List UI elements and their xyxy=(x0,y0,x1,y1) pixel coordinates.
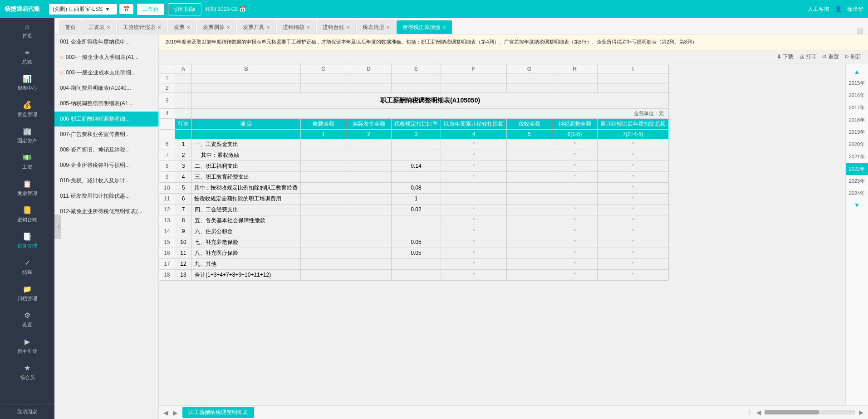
tab-salary-table[interactable]: 工资表 ✕ xyxy=(83,20,116,34)
sidebar-item-settlement[interactable]: ✓ 结账 xyxy=(0,254,54,280)
year-2018[interactable]: 2018年 xyxy=(846,114,868,126)
sidebar-item-report[interactable]: 📊 报表中心 xyxy=(0,70,54,96)
company-selector[interactable]: (勿删) 江西股宝-LSS ▼ xyxy=(49,4,117,15)
download-btn[interactable]: ⬇ 下载 xyxy=(777,53,794,61)
item-row7[interactable]: 四、工会经费支出 xyxy=(192,204,301,215)
cell-r11-c2[interactable] xyxy=(346,248,392,258)
cell-r11-c1[interactable] xyxy=(301,248,346,258)
cell-r9-c7[interactable]: * xyxy=(598,226,669,237)
cell-r5-c6[interactable] xyxy=(552,182,598,193)
cell-r12-c3[interactable] xyxy=(392,258,441,269)
form-item-011[interactable]: 011-研发费用加计扣除优惠... xyxy=(54,189,158,204)
cell-r5-c7[interactable]: * xyxy=(598,182,669,193)
cell-r8-c6[interactable]: * xyxy=(552,215,598,226)
cell-r12-c5[interactable] xyxy=(507,258,552,269)
cell-r5-c5[interactable] xyxy=(507,182,552,193)
tab-home[interactable]: 首页 xyxy=(59,20,82,34)
cell-r13-c1[interactable] xyxy=(301,269,346,280)
cell-r5-c2[interactable] xyxy=(346,182,392,193)
cell-r3-c3[interactable]: 0.14 xyxy=(392,161,441,171)
reset-btn[interactable]: ↺ 重置 xyxy=(822,53,839,61)
sidebar-item-tax[interactable]: 📑 税务管理 xyxy=(0,228,54,254)
tab-tax-clearance[interactable]: 税表清册 ✕ xyxy=(357,20,396,34)
item-row1[interactable]: 一、工资薪金支出 xyxy=(192,139,301,150)
calendar-btn[interactable]: 📅 xyxy=(119,4,133,14)
tab-minimize-icon[interactable]: — xyxy=(848,28,853,34)
item-row5[interactable]: 其中：按税收规定比例扣除的职工教育经费 xyxy=(192,182,301,193)
close-income-tax[interactable]: ✕ xyxy=(442,25,446,30)
form-item-003[interactable]: ⊙ 003-一般企业成本支出明细... xyxy=(54,65,158,81)
cell-r2-c1[interactable] xyxy=(301,150,346,161)
year-2020[interactable]: 2020年 xyxy=(846,138,868,151)
close-invoice[interactable]: ✕ xyxy=(186,25,190,30)
item-row6[interactable]: 按税收规定全额扣除的职工培训费用 xyxy=(192,193,301,204)
cell-r8-c4[interactable]: * xyxy=(441,215,507,226)
item-row4[interactable]: 三、职工教育经费支出 xyxy=(192,171,301,182)
cell-r6-c4[interactable] xyxy=(441,193,507,204)
cell-r11-c5[interactable] xyxy=(507,248,552,258)
close-invoice-open[interactable]: ✕ xyxy=(266,25,270,30)
workbench-btn[interactable]: 工作台 xyxy=(137,4,164,15)
cell-r2-c4[interactable]: * xyxy=(441,150,507,161)
sidebar-bottom-cancel[interactable]: 取消固定 xyxy=(0,404,54,419)
cell-r7-c6[interactable]: * xyxy=(552,204,598,215)
cell-r3-c5[interactable] xyxy=(507,161,552,171)
close-purchase-ledger[interactable]: ✕ xyxy=(346,25,350,30)
cell-r8-c7[interactable]: * xyxy=(598,215,669,226)
refresh-btn[interactable]: ↻ 刷新 xyxy=(844,53,861,61)
sidebar-item-general-ledger[interactable]: ≡ 总账 xyxy=(0,44,54,70)
cell-r7-c2[interactable] xyxy=(346,204,392,215)
cell-r4-c7[interactable]: * xyxy=(598,171,669,182)
cell-r9-c5[interactable] xyxy=(507,226,552,237)
close-salary-table[interactable]: ✕ xyxy=(107,25,110,30)
sheet-scroll-bar-right[interactable]: ▶ xyxy=(859,409,863,416)
cell-r5-c4[interactable] xyxy=(441,182,507,193)
sidebar-item-archive[interactable]: 📁 归档管理 xyxy=(0,280,54,307)
cell-r4-c3[interactable] xyxy=(392,171,441,182)
item-row3[interactable]: 二、职工福利支出 xyxy=(192,161,301,171)
year-2017[interactable]: 2017年 xyxy=(846,102,868,114)
cell-r12-c7[interactable]: * xyxy=(598,258,669,269)
cell-r4-c1[interactable] xyxy=(301,171,346,182)
year-nav-down[interactable]: ▼ xyxy=(852,200,862,210)
cell-r12-c1[interactable] xyxy=(301,258,346,269)
sidebar-item-member[interactable]: ★ 畅会员 xyxy=(0,359,54,385)
cell-r8-c5[interactable] xyxy=(507,215,552,226)
sidebar-item-home[interactable]: ⌂ 首页 xyxy=(0,18,54,44)
cell-r7-c3[interactable]: 0.02 xyxy=(392,204,441,215)
year-2024[interactable]: 2024年 xyxy=(846,187,868,200)
close-purchase-check[interactable]: ✕ xyxy=(306,25,310,30)
sidebar-item-salary[interactable]: 💵 工资 xyxy=(0,149,54,175)
cell-r12-c4[interactable]: * xyxy=(441,258,507,269)
cell-r11-c4[interactable]: * xyxy=(441,248,507,258)
user-name[interactable]: 徐泽华 xyxy=(847,5,863,13)
cell-r12-c6[interactable]: * xyxy=(552,258,598,269)
cell-r13-c7[interactable]: * xyxy=(598,269,669,280)
cell-r2-c6[interactable]: * xyxy=(552,150,598,161)
cell-r9-c1[interactable] xyxy=(301,226,346,237)
form-item-009[interactable]: 009-企业所得税弥补亏损明... xyxy=(54,158,158,173)
cell-r3-c6[interactable]: * xyxy=(552,161,598,171)
item-row10[interactable]: 七、补充养老保险 xyxy=(192,237,301,248)
cell-r10-c1[interactable] xyxy=(301,237,346,248)
cell-r9-c2[interactable] xyxy=(346,226,392,237)
form-item-006[interactable]: 006-职工薪酬纳税调整明细... xyxy=(54,112,158,127)
print-btn[interactable]: 🖨 打印 xyxy=(799,53,817,61)
cell-r4-c6[interactable]: * xyxy=(552,171,598,182)
cell-r2-c2[interactable] xyxy=(346,150,392,161)
cell-r3-c7[interactable]: * xyxy=(598,161,669,171)
year-2015[interactable]: 2015年 xyxy=(846,77,868,89)
cell-r6-c6[interactable] xyxy=(552,193,598,204)
sidebar-item-fixed[interactable]: 🏢 固定资产 xyxy=(0,122,54,149)
cell-r3-c2[interactable] xyxy=(346,161,392,171)
form-item-002[interactable]: ⊙ 002-一般企业收入明细表(A1... xyxy=(54,50,158,65)
cell-r8-c3[interactable] xyxy=(392,215,441,226)
item-row9[interactable]: 六、住房公积金 xyxy=(192,226,301,237)
cell-r2-c5[interactable] xyxy=(507,150,552,161)
cell-r1-c2[interactable] xyxy=(346,139,392,150)
cell-r13-c5[interactable] xyxy=(507,269,552,280)
cell-r1-c5[interactable] xyxy=(507,139,552,150)
tab-purchase-check[interactable]: 进销稽核 ✕ xyxy=(277,20,316,34)
cell-r3-c4[interactable]: * xyxy=(441,161,507,171)
sidebar-item-invoice[interactable]: 📋 发票管理 xyxy=(0,175,54,201)
